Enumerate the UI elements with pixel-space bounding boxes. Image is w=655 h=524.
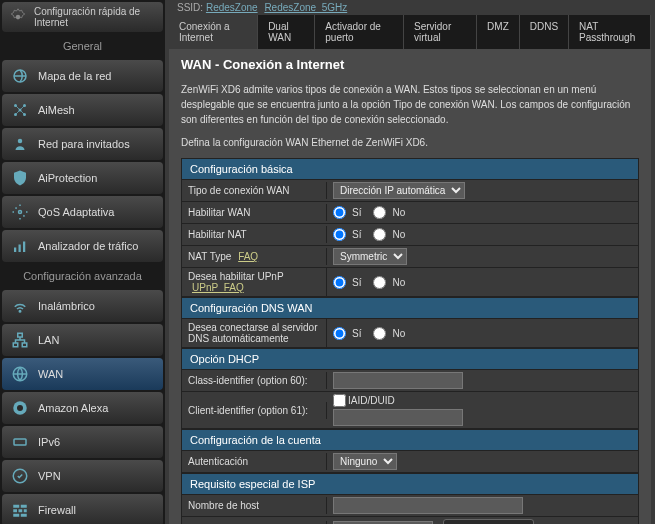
lbl-dns-auto: Desea conectarse al servidor DNS automát… <box>182 319 327 347</box>
lan-icon <box>10 330 30 350</box>
wan-icon <box>10 364 30 384</box>
quick-label: Configuración rápida de Internet <box>34 6 157 28</box>
input-client-id[interactable] <box>333 409 463 426</box>
lbl-enable-wan: Habilitar WAN <box>182 204 327 221</box>
svg-rect-26 <box>21 514 27 517</box>
sidebar-item-guest[interactable]: Red para invitados <box>2 128 163 160</box>
lbl-class-id: Class-identifier (option 60): <box>182 372 327 389</box>
sidebar-item-vpn[interactable]: VPN <box>2 460 163 492</box>
nav-label: Firewall <box>38 504 76 516</box>
svg-rect-23 <box>19 509 23 512</box>
page-title: WAN - Conexión a Internet <box>181 57 639 72</box>
select-nat-type[interactable]: Symmetric <box>333 248 407 265</box>
group-account: Configuración de la cuenta <box>181 429 639 451</box>
svg-rect-21 <box>21 505 27 508</box>
nav-label: Analizador de tráfico <box>38 240 138 252</box>
tab-dmz[interactable]: DMZ <box>477 15 520 49</box>
lbl-host: Nombre de host <box>182 497 327 514</box>
quick-setup[interactable]: Configuración rápida de Internet <box>2 2 163 32</box>
nav-label: AiProtection <box>38 172 97 184</box>
radio-wan-yes[interactable] <box>333 206 346 219</box>
ipv6-icon <box>10 432 30 452</box>
alexa-icon <box>10 398 30 418</box>
sidebar-item-qos[interactable]: QoS Adaptativa <box>2 196 163 228</box>
tab-vs[interactable]: Servidor virtual <box>404 15 477 49</box>
sidebar-item-traffic[interactable]: Analizador de tráfico <box>2 230 163 262</box>
gear-icon <box>8 7 28 27</box>
ssid-bar: SSID: RedesZone RedesZone_5GHz <box>169 0 651 15</box>
nav-label: QoS Adaptativa <box>38 206 114 218</box>
sidebar-item-wireless[interactable]: Inalámbrico <box>2 290 163 322</box>
svg-rect-10 <box>23 242 25 253</box>
group-dns: Configuración DNS WAN <box>181 297 639 319</box>
lbl-conn-type: Tipo de conexión WAN <box>182 182 327 199</box>
tab-ddns[interactable]: DDNS <box>520 15 569 49</box>
input-class-id[interactable] <box>333 372 463 389</box>
svg-rect-9 <box>19 245 21 253</box>
firewall-icon <box>10 500 30 520</box>
sidebar-item-lan[interactable]: LAN <box>2 324 163 356</box>
nav-label: VPN <box>38 470 61 482</box>
lbl-nat-type: NAT Type FAQ <box>182 248 327 265</box>
svg-rect-8 <box>14 248 16 253</box>
svg-rect-13 <box>13 343 18 347</box>
nav-label: LAN <box>38 334 59 346</box>
radio-dns-yes[interactable] <box>333 327 346 340</box>
svg-rect-24 <box>24 509 27 512</box>
radio-upnp-yes[interactable] <box>333 276 346 289</box>
radio-upnp-no[interactable] <box>373 276 386 289</box>
wireless-icon <box>10 296 30 316</box>
svg-rect-25 <box>13 514 19 517</box>
svg-rect-18 <box>14 439 26 445</box>
radio-wan-no[interactable] <box>373 206 386 219</box>
tab-conn[interactable]: Conexión a Internet <box>169 15 258 49</box>
tab-nat[interactable]: NAT Passthrough <box>569 15 651 49</box>
vpn-icon <box>10 466 30 486</box>
select-auth[interactable]: Ninguno <box>333 453 397 470</box>
checkbox-iaid[interactable] <box>333 394 346 407</box>
guest-icon <box>10 134 30 154</box>
svg-point-7 <box>18 139 23 144</box>
section-general: General <box>2 34 163 58</box>
sidebar-item-firewall[interactable]: Firewall <box>2 494 163 524</box>
map-icon <box>10 66 30 86</box>
aiprot-icon <box>10 168 30 188</box>
select-conn-type[interactable]: Dirección IP automática <box>333 182 465 199</box>
tab-port[interactable]: Activador de puerto <box>315 15 404 49</box>
tab-dual[interactable]: Dual WAN <box>258 15 315 49</box>
faq-link[interactable]: FAQ <box>238 251 258 262</box>
radio-dns-no[interactable] <box>373 327 386 340</box>
sidebar-item-aiprot[interactable]: AiProtection <box>2 162 163 194</box>
lbl-enable-nat: Habilitar NAT <box>182 226 327 243</box>
upnp-faq-link[interactable]: UPnP_FAQ <box>192 282 244 293</box>
nav-label: Red para invitados <box>38 138 130 150</box>
aimesh-icon <box>10 100 30 120</box>
group-dhcp: Opción DHCP <box>181 348 639 370</box>
section-advanced: Configuración avanzada <box>2 264 163 288</box>
radio-nat-no[interactable] <box>373 228 386 241</box>
svg-rect-20 <box>13 505 19 508</box>
page-desc-1: ZenWiFi XD6 admite varios tipos de conex… <box>181 82 639 127</box>
sidebar-item-aimesh[interactable]: AiMesh <box>2 94 163 126</box>
nav-label: Mapa de la red <box>38 70 111 82</box>
nav-label: WAN <box>38 368 63 380</box>
svg-point-17 <box>17 405 23 411</box>
sidebar-item-ipv6[interactable]: IPv6 <box>2 426 163 458</box>
ssid-link-1[interactable]: RedesZone <box>206 2 258 13</box>
input-host[interactable] <box>333 497 523 514</box>
svg-point-11 <box>19 311 21 313</box>
mac-clone-button[interactable]: Clonación MAC <box>443 519 534 524</box>
svg-rect-14 <box>22 343 27 347</box>
radio-nat-yes[interactable] <box>333 228 346 241</box>
svg-rect-22 <box>13 509 17 512</box>
sidebar-item-map[interactable]: Mapa de la red <box>2 60 163 92</box>
nav-label: Amazon Alexa <box>38 402 108 414</box>
sidebar-item-alexa[interactable]: Amazon Alexa <box>2 392 163 424</box>
lbl-client-id: Client-identifier (option 61): <box>182 402 327 419</box>
svg-rect-12 <box>18 333 23 337</box>
sidebar-item-wan[interactable]: WAN <box>2 358 163 390</box>
nav-label: Inalámbrico <box>38 300 95 312</box>
traffic-icon <box>10 236 30 256</box>
ssid-link-2[interactable]: RedesZone_5GHz <box>264 2 347 13</box>
lbl-auth: Autenticación <box>182 453 327 470</box>
